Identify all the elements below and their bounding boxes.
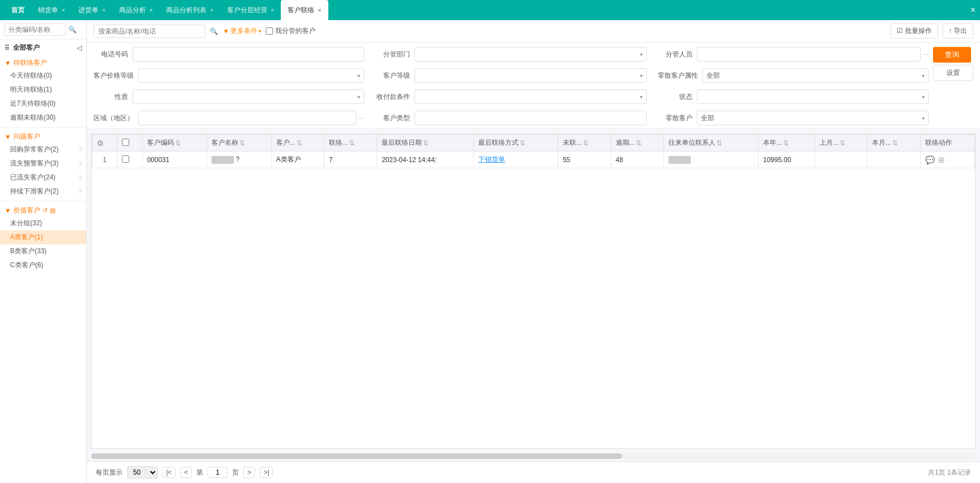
nav-tab-analysis[interactable]: 商品分析 × — [112, 0, 159, 20]
sidebar-item-7days[interactable]: 近7天待联络(0) — [0, 97, 86, 111]
sidebar-item-today[interactable]: 今天待联络(0) — [0, 69, 86, 83]
last-page-button[interactable]: >| — [260, 467, 273, 478]
window-close-button[interactable]: × — [970, 5, 976, 15]
th-year-amount[interactable]: 本年... ⇅ — [758, 135, 814, 151]
grid-icon: ⠿ — [4, 44, 10, 52]
nav-tab-purchase[interactable]: 进货单 × — [72, 0, 112, 20]
export-button[interactable]: ↑ 导出 — [943, 23, 973, 39]
prev-page-button[interactable]: < — [180, 467, 192, 478]
sidebar-search-container: 🔍 — [0, 20, 86, 40]
dept-select[interactable]: ▾ — [414, 47, 646, 61]
per-page-select[interactable]: 50 100 200 — [127, 466, 158, 479]
nav-purchase-close[interactable]: × — [102, 7, 105, 13]
th-last-month[interactable]: 上月... ⇅ — [814, 135, 867, 151]
sidebar-group-value[interactable]: ▼ 价值客户 ↺ ▤ — [0, 203, 86, 216]
more-filters-arrow: ▾ — [258, 28, 261, 34]
batch-ops-button[interactable]: ☑ 批量操作 — [891, 23, 937, 39]
nav-analysis-list-close[interactable]: × — [210, 7, 213, 13]
sidebar-item-unclassified[interactable]: 未分组(32) — [0, 216, 86, 230]
filter-cell-customer-grade: 客户等级 ▾ — [375, 68, 646, 83]
customer-grade-select[interactable]: ▾ — [414, 68, 646, 83]
sidebar-all-customers[interactable]: 全部客户 — [13, 43, 40, 53]
th-overdue-sort-icon: ⇅ — [636, 139, 642, 147]
nav-segment-close[interactable]: × — [271, 7, 274, 13]
qr-action-icon[interactable]: ⊞ — [938, 155, 945, 164]
th-contact-person-inner: 往来单位联系人 ⇅ — [668, 138, 753, 148]
nav-tab-customer-segment[interactable]: 客户分层经营 × — [220, 0, 281, 20]
scrollbar-thumb[interactable] — [91, 453, 622, 459]
my-customers-checkbox[interactable] — [266, 27, 273, 35]
settings-button[interactable]: 设置 — [933, 65, 973, 81]
sidebar-search-icon[interactable]: 🔍 — [68, 26, 77, 34]
th-last-date[interactable]: 最后联络日期 ⇅ — [377, 135, 473, 151]
page-number-input[interactable] — [208, 467, 228, 478]
sidebar-item-churn-warning[interactable]: 流失预警客户(3) ? — [0, 157, 86, 171]
th-contact-count[interactable]: 联络... ⇅ — [324, 135, 377, 151]
customer-grade-arrow-icon: ▾ — [640, 73, 643, 79]
sidebar-item-class-c[interactable]: C类客户(6) — [0, 258, 86, 272]
filter-cell-manager: 分管人员 ··· — [658, 47, 929, 61]
th-code[interactable]: 客户编码 ⇅ — [142, 135, 206, 151]
manager-input[interactable] — [697, 47, 921, 61]
region-dots-icon[interactable]: ··· — [359, 114, 364, 122]
phone-input[interactable] — [133, 47, 364, 61]
sidebar-item-churned[interactable]: 已流失客户(24) ? — [0, 171, 86, 184]
price-grade-select[interactable]: ▾ — [138, 68, 364, 83]
horizontal-scrollbar[interactable] — [91, 453, 976, 459]
value-add-icon[interactable]: ▤ — [50, 207, 55, 214]
sidebar-item-declining[interactable]: 持续下滑客户(2) ? — [0, 184, 86, 198]
nav-sales-close[interactable]: × — [62, 7, 65, 13]
row-last-month — [814, 151, 867, 168]
sidebar-item-tomorrow[interactable]: 明天待联络(1) — [0, 83, 86, 97]
filter-cell-region: 区域（地区） ··· — [93, 111, 364, 125]
nav-tab-home[interactable]: 首页 — [4, 0, 31, 20]
query-button[interactable]: 查询 — [933, 47, 971, 63]
sidebar-item-repurchase-abnormal[interactable]: 回购异常客户(2) ? — [0, 143, 86, 157]
row-checkbox[interactable] — [122, 155, 129, 163]
sidebar-search-input[interactable] — [4, 23, 66, 36]
table-settings-gear-icon[interactable]: ⚙ — [97, 139, 104, 148]
search-input[interactable] — [93, 25, 205, 38]
repurchase-label: 回购异常客户(2) — [10, 145, 59, 154]
th-current-month[interactable]: 本月... ⇅ — [868, 135, 920, 151]
th-type[interactable]: 客户... ⇅ — [271, 135, 324, 151]
th-overdue[interactable]: 逾期... ⇅ — [611, 135, 663, 151]
nav-tab-sales[interactable]: 销货单 × — [31, 0, 72, 20]
next-page-button[interactable]: > — [243, 467, 255, 478]
chat-action-icon[interactable]: 💬 — [925, 155, 935, 164]
overdue-label: 逾期未联络(30) — [10, 113, 55, 122]
sidebar-item-class-a[interactable]: A类客户(1) — [0, 230, 86, 244]
7days-label: 近7天待联络(0) — [10, 99, 55, 108]
nav-contact-close[interactable]: × — [318, 7, 321, 13]
retail-attr-select[interactable]: 全部 ▾ — [703, 68, 929, 83]
search-icon[interactable]: 🔍 — [210, 27, 218, 35]
retail-customer-select[interactable]: 全部 ▾ — [697, 111, 929, 125]
price-grade-label: 客户价格等级 — [93, 71, 138, 80]
first-page-button[interactable]: |< — [162, 467, 176, 478]
sidebar-group-pending[interactable]: ▼ 待联络客户 — [0, 56, 86, 69]
th-last-method[interactable]: 最后联络方式 ⇅ — [473, 135, 558, 151]
manager-dots-icon[interactable]: ··· — [923, 50, 929, 58]
select-all-checkbox[interactable] — [122, 139, 129, 146]
sidebar-item-overdue[interactable]: 逾期未联络(30) — [0, 111, 86, 125]
last-method-link[interactable]: 下销货单 — [478, 155, 505, 163]
sidebar-item-class-b[interactable]: B类客户(33) — [0, 244, 86, 258]
nature-select[interactable]: ▾ — [133, 89, 364, 104]
th-name-sort-icon: ⇅ — [239, 139, 245, 147]
nav-tab-customer-contact[interactable]: 客户联络 × — [281, 0, 328, 20]
th-no-contact[interactable]: 未联... ⇅ — [558, 135, 611, 151]
customer-type-input[interactable] — [414, 111, 646, 125]
sidebar-collapse-icon[interactable]: ◁ — [77, 44, 82, 52]
region-input[interactable] — [138, 111, 356, 125]
th-code-label: 客户编码 — [147, 138, 174, 148]
status-select[interactable]: ▾ — [697, 89, 929, 104]
nav-analysis-close[interactable]: × — [149, 7, 153, 13]
nav-tab-analysis-list[interactable]: 商品分析列表 × — [159, 0, 220, 20]
th-name[interactable]: 客户名称 ⇅ — [207, 135, 271, 151]
value-refresh-icon[interactable]: ↺ — [43, 207, 48, 214]
more-filters-button[interactable]: ▼ 更多条件 ▾ — [223, 26, 261, 36]
th-year-amount-sort-icon: ⇅ — [783, 139, 789, 147]
sidebar-group-problem[interactable]: ▼ 问题客户 — [0, 130, 86, 143]
th-contact-person[interactable]: 往来单位联系人 ⇅ — [663, 135, 758, 151]
payment-select[interactable]: ▾ — [414, 89, 646, 104]
